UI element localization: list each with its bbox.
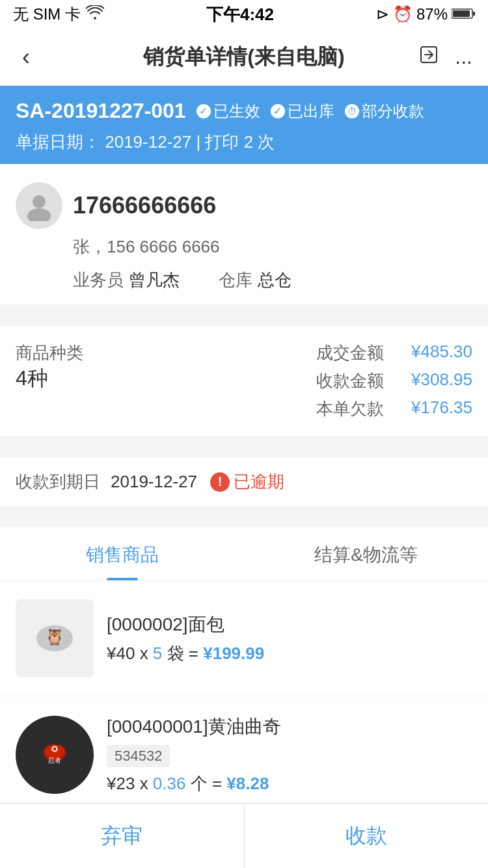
amount-line-3: 本单欠款 ¥176.35	[316, 398, 472, 420]
svg-text:🦉: 🦉	[45, 627, 64, 646]
date-value: 2019-12-27	[105, 132, 191, 152]
product-name-2: [000400001]黄油曲奇	[107, 714, 472, 739]
more-icon[interactable]: ...	[455, 45, 472, 69]
due-date-card: 收款到期日 2019-12-27 ! 已逾期	[0, 457, 488, 506]
summary-left: 商品种类 4种	[16, 342, 83, 393]
nav-actions: ...	[418, 44, 472, 70]
overdue-badge: ! 已逾期	[210, 470, 284, 493]
alarm-icon: ⏰	[393, 5, 413, 23]
list-item: 忍者 [000400001]黄油曲奇 534532 ¥23 x 0.36 个 =…	[0, 696, 488, 814]
product-info-2: [000400001]黄油曲奇 534532 ¥23 x 0.36 个 = ¥8…	[107, 714, 472, 795]
amount-value-1: ¥485.30	[394, 342, 472, 364]
cancel-button[interactable]: 弃审	[0, 804, 245, 868]
badge-shipped: ✓ 已出库	[271, 101, 334, 122]
amount-label-1: 成交金额	[316, 342, 384, 364]
location-icon: ⊳	[376, 5, 389, 23]
product-name-1: [0000002]面包	[107, 612, 472, 637]
check-icon-1: ✓	[197, 104, 211, 118]
product-price-1: ¥40 x 5 袋 = ¥199.99	[107, 642, 472, 665]
overdue-text: 已逾期	[234, 470, 284, 493]
date-label: 单据日期：	[16, 132, 100, 152]
list-item: 🦉 [0000002]面包 ¥40 x 5 袋 = ¥199.99	[0, 581, 488, 696]
product-price-2: ¥23 x 0.36 个 = ¥8.28	[107, 772, 472, 795]
nav-bar: ‹ 销货单详情(来自电脑) ...	[0, 29, 488, 86]
due-value: 2019-12-27	[111, 472, 197, 492]
battery-icon	[452, 5, 475, 23]
product-sku-2: 534532	[107, 745, 170, 767]
header-banner: SA-20191227-001 ✓ 已生效 ✓ 已出库 ⏱ 部分收款 单据日期：…	[0, 86, 488, 164]
summary-card: 商品种类 4种 成交金额 ¥485.30 收款金额 ¥308.95 本单欠款 ¥…	[0, 325, 488, 437]
check-icon-2: ✓	[271, 104, 285, 118]
amount-value-2: ¥308.95	[394, 370, 472, 392]
wifi-icon	[86, 5, 104, 23]
svg-point-4	[33, 195, 46, 208]
badge-partial: ⏱ 部分收款	[345, 101, 424, 122]
avatar	[16, 182, 62, 229]
bottom-bar: 弃审 收款	[0, 803, 488, 868]
page-title: 销货单详情(来自电脑)	[143, 43, 344, 72]
confirm-button[interactable]: 收款	[245, 804, 489, 868]
clock-icon: ⏱	[345, 104, 359, 118]
battery-text: 87%	[416, 5, 448, 23]
warehouse-meta: 仓库 总仓	[219, 269, 291, 292]
product-info-1: [0000002]面包 ¥40 x 5 袋 = ¥199.99	[107, 612, 472, 665]
amount-label-3: 本单欠款	[316, 398, 384, 420]
print-separator: |	[196, 132, 205, 152]
back-button[interactable]: ‹	[16, 37, 36, 77]
due-label: 收款到期日	[16, 470, 100, 493]
order-id: SA-20191227-001	[16, 99, 186, 123]
summary-row: 商品种类 4种 成交金额 ¥485.30 收款金额 ¥308.95 本单欠款 ¥…	[16, 342, 472, 420]
print-info: 打印 2 次	[205, 132, 275, 152]
amount-label-2: 收款金额	[316, 370, 384, 392]
banner-date-row: 单据日期： 2019-12-27 | 打印 2 次	[16, 131, 472, 154]
amount-value-3: ¥176.35	[394, 398, 472, 420]
status-time: 下午4:42	[206, 3, 274, 26]
amount-line-1: 成交金额 ¥485.30	[316, 342, 472, 364]
customer-phone: 17666666666	[73, 192, 216, 219]
status-badges: ✓ 已生效 ✓ 已出库 ⏱ 部分收款	[197, 101, 424, 122]
product-image-2: 忍者	[16, 716, 94, 794]
customer-sub: 张，156 6666 6666	[73, 236, 472, 258]
svg-text:忍者: 忍者	[47, 757, 61, 764]
tabs: 销售商品 结算&物流等	[0, 527, 488, 581]
svg-rect-1	[473, 12, 475, 16]
customer-row1: 17666666666	[16, 182, 472, 229]
status-right: ⊳ ⏰ 87%	[376, 5, 475, 23]
share-icon[interactable]	[418, 44, 439, 70]
banner-row1: SA-20191227-001 ✓ 已生效 ✓ 已出库 ⏱ 部分收款	[16, 99, 472, 123]
status-bar: 无 SIM 卡 下午4:42 ⊳ ⏰ 87%	[0, 0, 488, 29]
no-sim-text: 无 SIM 卡	[13, 4, 81, 25]
product-list: 🦉 [0000002]面包 ¥40 x 5 袋 = ¥199.99	[0, 581, 488, 814]
staff-label: 业务员	[73, 269, 124, 292]
warehouse-label: 仓库	[219, 269, 252, 292]
tab-settlement[interactable]: 结算&物流等	[244, 527, 488, 580]
amount-line-2: 收款金额 ¥308.95	[316, 370, 472, 392]
svg-point-13	[53, 748, 57, 751]
staff-value: 曾凡杰	[129, 269, 180, 292]
customer-card: 17666666666 张，156 6666 6666 业务员 曾凡杰 仓库 总…	[0, 164, 488, 305]
overdue-icon: !	[210, 472, 230, 492]
summary-right: 成交金额 ¥485.30 收款金额 ¥308.95 本单欠款 ¥176.35	[316, 342, 472, 420]
category-value: 4种	[16, 364, 83, 393]
warehouse-value: 总仓	[258, 269, 291, 292]
badge-effective: ✓ 已生效	[197, 101, 260, 122]
status-left: 无 SIM 卡	[13, 4, 104, 25]
product-image-1: 🦉	[16, 599, 94, 677]
tab-products[interactable]: 销售商品	[0, 527, 244, 580]
customer-meta: 业务员 曾凡杰 仓库 总仓	[73, 269, 472, 292]
staff-meta: 业务员 曾凡杰	[73, 269, 180, 292]
category-label: 商品种类	[16, 342, 83, 364]
svg-point-5	[27, 208, 51, 221]
svg-rect-2	[453, 10, 470, 17]
